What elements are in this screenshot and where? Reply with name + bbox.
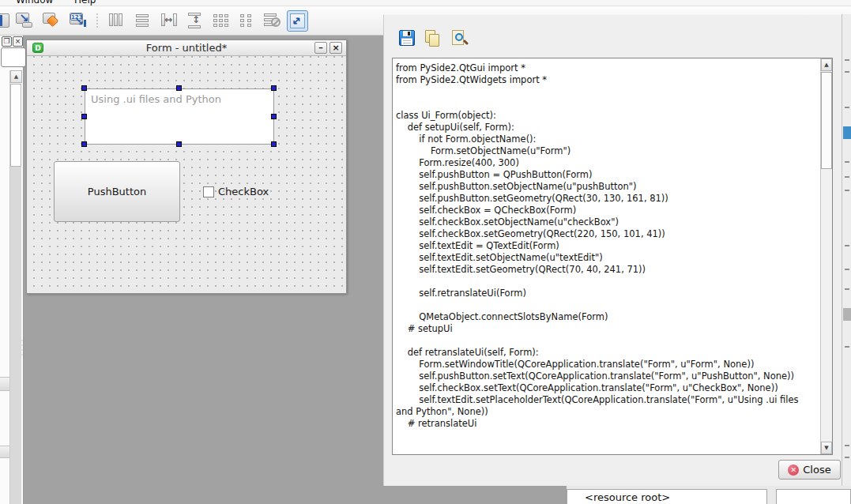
layout-grid-icon[interactable] [211, 10, 232, 32]
save-icon[interactable] [398, 29, 417, 48]
tree-branch-mark [845, 59, 849, 61]
close-button-label: Close [803, 464, 830, 476]
menu-item-help[interactable]: Help [74, 0, 96, 6]
splitter-handle[interactable] [21, 337, 24, 354]
menu-bar: Window Help [0, 0, 851, 6]
layout-vertical-icon[interactable] [133, 10, 154, 32]
copy-icon[interactable] [424, 29, 442, 48]
widget-box-scrollbar[interactable]: ▲ [9, 70, 21, 504]
tree-branch-mark [845, 71, 849, 73]
textedit-placeholder: Using .ui files and Python [91, 93, 221, 105]
edit-buddies-icon[interactable] [41, 10, 62, 32]
toolbar-separator [96, 13, 98, 28]
tree-branch-mark [845, 161, 849, 163]
selection-handle-sw[interactable] [81, 141, 87, 147]
tree-branch-mark [845, 288, 849, 290]
form-window: D Form - untitled* – × Using .ui files a… [26, 39, 347, 294]
selection-handle-ne[interactable] [271, 85, 277, 91]
widget-filter-input[interactable] [1, 47, 26, 67]
tree-branch-mark [845, 190, 849, 191]
selection-handle-n[interactable] [176, 85, 182, 91]
dock-float-icon[interactable]: ❐ [2, 36, 12, 47]
tree-branch-mark [845, 245, 849, 246]
resource-tree-panel[interactable]: <resource root> [567, 489, 767, 504]
close-button[interactable]: ✕ Close [778, 460, 841, 480]
tree-branch-mark [845, 457, 849, 458]
textedit-widget[interactable]: Using .ui files and Python [85, 88, 274, 145]
adjust-size-icon[interactable]: ↔ [287, 10, 308, 32]
close-icon[interactable]: × [329, 42, 342, 54]
minimize-icon[interactable]: – [314, 42, 327, 54]
dock-close-icon[interactable]: × [13, 36, 23, 47]
break-layout-icon[interactable] [262, 10, 284, 32]
edit-tab-order-icon[interactable]: 123 ↘ [68, 10, 89, 32]
pushbutton-widget[interactable]: PushButton [54, 161, 180, 222]
edit-signals-slots-icon[interactable]: ↘ [14, 10, 36, 32]
splitter-vertical-icon[interactable]: ↕ [185, 10, 206, 32]
checkbox-box[interactable] [203, 186, 214, 197]
selected-row-highlight [843, 126, 851, 139]
code-view[interactable]: from PySide2.QtGui import * from PySide2… [392, 58, 833, 455]
generated-python-code[interactable]: from PySide2.QtGui import * from PySide2… [396, 62, 817, 430]
scroll-up-icon[interactable]: ▲ [10, 70, 22, 83]
scrollbar-thumb[interactable] [821, 72, 832, 169]
selection-handle-s[interactable] [176, 141, 182, 147]
selection-handle-e[interactable] [271, 114, 277, 119]
scrollbar-thumb[interactable] [10, 84, 21, 167]
inactive-row-highlight [843, 308, 851, 321]
tree-branch-mark [845, 269, 849, 270]
tree-branch-mark [845, 176, 849, 178]
tree-branch-mark [845, 445, 849, 446]
tree-branch-mark [845, 346, 849, 348]
scrollbar-trough[interactable] [10, 167, 21, 504]
view-code-dialog: from PySide2.QtGui import * from PySide2… [383, 14, 842, 486]
form-window-title: Form - untitled* [27, 42, 346, 54]
property-tree-sliver [842, 14, 851, 486]
menu-item-window[interactable]: Window [16, 0, 53, 6]
form-canvas[interactable]: Using .ui files and Python PushButton Ch… [27, 56, 346, 293]
splitter-horizontal-icon[interactable]: ↔ [159, 10, 180, 32]
tree-branch-mark [845, 107, 849, 108]
widget-category-row[interactable] [0, 446, 9, 458]
scroll-down-icon[interactable]: ▼ [821, 442, 832, 454]
selection-handle-nw[interactable] [81, 85, 87, 91]
layout-form-icon[interactable] [236, 10, 258, 32]
resource-root-item[interactable]: <resource root> [585, 491, 670, 503]
resource-list-panel[interactable] [776, 489, 851, 504]
widget-box-panel: ❐ × ▲ [0, 36, 24, 504]
form-titlebar[interactable]: D Form - untitled* – × [27, 40, 346, 56]
close-red-icon: ✕ [788, 465, 799, 476]
layout-horizontal-icon[interactable] [106, 10, 127, 32]
selection-handle-w[interactable] [81, 114, 87, 119]
widget-category-row[interactable] [0, 377, 9, 391]
selection-handle-se[interactable] [271, 141, 277, 147]
checkbox-widget[interactable]: CheckBox [203, 186, 269, 197]
checkbox-label: CheckBox [218, 186, 269, 197]
find-icon[interactable] [450, 29, 469, 48]
scroll-up-icon[interactable]: ▲ [821, 58, 832, 71]
code-scrollbar[interactable]: ▲ ▼ [820, 58, 832, 454]
resource-browser-sliver: <resource root> [567, 486, 851, 504]
edit-widgets-icon[interactable] [0, 10, 12, 32]
